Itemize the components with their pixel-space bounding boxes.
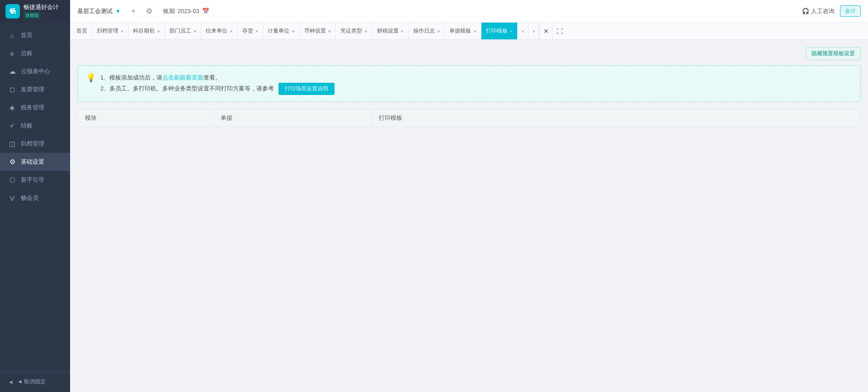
sidebar-nav: ⌂ 首页 ≡ 总账 ☁ 云报表中心 ◻ 发票管理 ◈ 税务管理 ✓ 结账 ◫ 归… <box>0 23 70 371</box>
period-value: 2023-03 <box>178 8 199 14</box>
sidebar-item-label: 新手引导 <box>21 176 44 184</box>
period-info: 账期 2023-03 📅 <box>163 7 209 15</box>
sidebar-item-reports[interactable]: ☁ 云报表中心 <box>0 62 70 80</box>
table-container: 模块 单据 打印模板 <box>77 109 861 127</box>
tab-home-label: 首页 <box>76 27 87 35</box>
hide-preview-button[interactable]: 隐藏预置模板设置 <box>806 47 861 60</box>
tab-unit-close[interactable]: × <box>292 28 294 34</box>
sidebar-item-archive[interactable]: ◫ 归档管理 <box>0 135 70 153</box>
sidebar-item-label: 云报表中心 <box>21 67 50 76</box>
human-service-label: 人工咨询 <box>811 7 835 15</box>
explain-button[interactable]: 打印场景设置说明 <box>278 83 335 95</box>
vip-icon: V <box>8 194 16 202</box>
user-badge[interactable]: 会计 <box>840 5 861 17</box>
tab-receipt[interactable]: 单据模板 × <box>445 23 481 40</box>
tab-print-close[interactable]: × <box>510 28 513 34</box>
tab-currency[interactable]: 币种设置 × <box>300 23 336 40</box>
info-line1-suffix: 查看。 <box>203 74 221 81</box>
human-service-button[interactable]: 🎧 人工咨询 <box>802 7 835 15</box>
tab-close-all-button[interactable]: ✕ <box>539 23 553 40</box>
sidebar-item-settings[interactable]: ⚙ 基础设置 <box>0 153 70 171</box>
tab-receipt-close[interactable]: × <box>473 28 476 34</box>
company-name: 基层工会测试 <box>77 7 113 15</box>
tab-unit[interactable]: 计量单位 × <box>263 23 299 40</box>
tax-icon: ◈ <box>8 104 16 112</box>
sidebar-item-label: 发票管理 <box>21 85 44 94</box>
tab-subjects-close[interactable]: × <box>157 28 160 34</box>
tab-inventory-label: 存货 <box>242 27 253 35</box>
sidebar-item-home[interactable]: ⌂ 首页 <box>0 26 70 44</box>
headset-icon: 🎧 <box>802 8 809 14</box>
tab-tax-set-close[interactable]: × <box>401 28 404 34</box>
sidebar-item-label: 总账 <box>21 49 33 57</box>
tab-customer[interactable]: 往来单位 × <box>201 23 237 40</box>
hide-preview-section: 隐藏预置模板设置 <box>77 47 861 60</box>
tab-inventory-close[interactable]: × <box>255 28 258 34</box>
company-selector[interactable]: 基层工会测试 ▼ <box>77 7 121 15</box>
home-icon: ⌂ <box>8 32 16 39</box>
sidebar-item-ledger[interactable]: ≡ 总账 <box>0 44 70 62</box>
tab-currency-label: 币种设置 <box>304 27 326 35</box>
tab-oplog[interactable]: 操作日志 × <box>409 23 445 40</box>
table-header: 模块 单据 打印模板 <box>77 109 861 127</box>
info-box: 💡 1、模板添加成功后，请点击刷新新页面查看。 2、多员工、多打印机、多种业务类… <box>77 66 861 102</box>
sidebar-item-guide[interactable]: ⬡ 新手引导 <box>0 171 70 189</box>
tab-prev-button[interactable]: ‹ <box>518 23 528 40</box>
tab-archive[interactable]: 归档管理 × <box>92 23 128 40</box>
tab-archive-label: 归档管理 <box>97 27 118 35</box>
logo-text-block: 畅捷通好会计 旗舰版 <box>24 4 59 19</box>
tab-unit-label: 计量单位 <box>268 27 289 35</box>
tab-voucher[interactable]: 凭证类型 × <box>336 23 372 40</box>
tab-dept[interactable]: 部门员工 × <box>165 23 201 40</box>
period-label: 账期 <box>163 7 175 15</box>
tab-tax-set[interactable]: 财税设置 × <box>373 23 409 40</box>
unpin-button[interactable]: ◄ ◄ 取消固定 <box>0 371 70 392</box>
settings-button[interactable]: ⚙ <box>144 6 154 16</box>
sidebar-item-vip[interactable]: V 畅会员 <box>0 189 70 207</box>
info-refresh-link[interactable]: 点击刷新新页面 <box>162 74 203 81</box>
guide-icon: ⬡ <box>8 176 16 184</box>
tab-expand-button[interactable]: ⛶ <box>553 23 566 40</box>
tab-tax-set-label: 财税设置 <box>377 27 399 35</box>
tab-oplog-close[interactable]: × <box>437 28 440 34</box>
invoice-icon: ◻ <box>8 85 16 94</box>
sidebar-item-tax[interactable]: ◈ 税务管理 <box>0 99 70 117</box>
sidebar-item-label: 归档管理 <box>21 140 44 148</box>
tab-home[interactable]: 首页 <box>72 23 92 40</box>
ledger-icon: ≡ <box>8 50 16 57</box>
table-col-module: 模块 <box>78 109 213 127</box>
main-area: 基层工会测试 ▼ ＋ ⚙ 账期 2023-03 📅 🎧 人工咨询 会计 首页 归… <box>70 0 868 392</box>
settings-icon: ⚙ <box>8 158 16 166</box>
cloud-icon: ☁ <box>8 67 16 76</box>
tab-print-label: 打印模板 <box>486 27 508 35</box>
topbar-actions: ＋ ⚙ <box>128 5 154 17</box>
logo-area: 畅 畅捷通好会计 旗舰版 <box>0 0 70 23</box>
tab-archive-close[interactable]: × <box>121 28 123 34</box>
tab-customer-label: 往来单位 <box>206 27 227 35</box>
tab-dept-close[interactable]: × <box>193 28 196 34</box>
topbar-right: 🎧 人工咨询 会计 <box>802 5 861 17</box>
unpin-label: ◄ 取消固定 <box>17 378 46 386</box>
tab-voucher-close[interactable]: × <box>364 28 367 34</box>
calendar-icon[interactable]: 📅 <box>202 8 209 14</box>
sidebar-item-label: 结账 <box>21 122 33 130</box>
closing-icon: ✓ <box>8 122 16 130</box>
topbar: 基层工会测试 ▼ ＋ ⚙ 账期 2023-03 📅 🎧 人工咨询 会计 <box>70 0 868 23</box>
tab-currency-close[interactable]: × <box>328 28 331 34</box>
tab-print[interactable]: 打印模板 × <box>481 23 518 40</box>
table-col-receipt: 单据 <box>213 109 372 127</box>
info-box-text: 1、模板添加成功后，请点击刷新新页面查看。 2、多员工、多打印机、多种业务类型设… <box>100 72 335 95</box>
sidebar-item-label: 税务管理 <box>21 104 44 112</box>
tab-next-button[interactable]: › <box>528 23 539 40</box>
tab-subjects[interactable]: 科目期初 × <box>128 23 165 40</box>
content-area: 隐藏预置模板设置 💡 1、模板添加成功后，请点击刷新新页面查看。 2、多员工、多… <box>70 40 868 392</box>
add-tab-button[interactable]: ＋ <box>128 5 139 17</box>
tab-inventory[interactable]: 存货 × <box>238 23 263 40</box>
sidebar-item-invoice[interactable]: ◻ 发票管理 <box>0 80 70 99</box>
company-dropdown-icon: ▼ <box>115 8 121 14</box>
tab-customer-close[interactable]: × <box>230 28 232 34</box>
sidebar-item-label: 畅会员 <box>21 194 38 202</box>
sidebar-item-closing[interactable]: ✓ 结账 <box>0 117 70 135</box>
sidebar-item-label: 首页 <box>21 31 33 39</box>
info-line1-prefix: 1、模板添加成功后，请 <box>100 74 162 81</box>
